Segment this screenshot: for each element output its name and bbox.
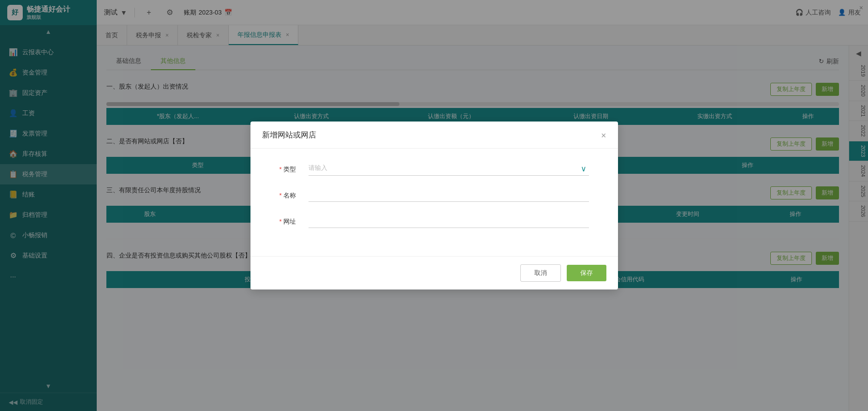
form-row-url: * 网址 — [280, 215, 589, 228]
dialog-add-website: 新增网站或网店 × * 类型 ∨ * 名称 — [250, 122, 618, 289]
url-label: * 网址 — [280, 217, 309, 226]
form-row-name: * 名称 — [280, 189, 589, 202]
type-input[interactable] — [309, 163, 589, 172]
cancel-button[interactable]: 取消 — [520, 264, 561, 282]
url-required-star: * — [280, 218, 282, 225]
type-input-wrap: ∨ — [309, 163, 589, 176]
url-input-wrap — [309, 215, 589, 228]
name-label-text: 名称 — [283, 192, 296, 199]
dialog-title: 新增网站或网店 — [262, 130, 316, 140]
dialog-header: 新增网站或网店 × — [250, 122, 618, 149]
name-required-star: * — [280, 192, 282, 199]
name-label: * 名称 — [280, 191, 309, 200]
dialog-footer: 取消 保存 — [250, 256, 618, 289]
type-required-star: * — [280, 166, 282, 173]
dialog-overlay[interactable]: 新增网站或网店 × * 类型 ∨ * 名称 — [0, 0, 868, 411]
name-input-wrap — [309, 189, 589, 202]
form-row-type: * 类型 ∨ — [280, 163, 589, 176]
dialog-body: * 类型 ∨ * 名称 * — [250, 149, 618, 256]
url-label-text: 网址 — [283, 218, 296, 225]
save-button[interactable]: 保存 — [567, 265, 606, 281]
url-input[interactable] — [309, 215, 589, 225]
type-label-text: 类型 — [283, 166, 296, 173]
type-label: * 类型 — [280, 165, 309, 174]
name-input[interactable] — [309, 189, 589, 198]
dialog-close-btn[interactable]: × — [601, 131, 606, 140]
type-dropdown-icon[interactable]: ∨ — [581, 164, 587, 173]
